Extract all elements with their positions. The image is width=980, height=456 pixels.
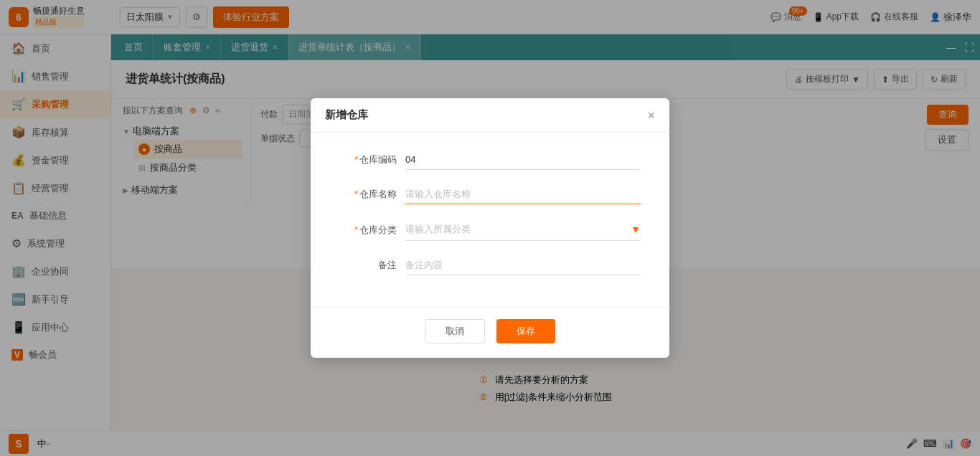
code-input[interactable] [405,150,641,170]
modal-close-button[interactable]: × [647,109,655,122]
form-row-code: 仓库编码 [339,150,641,170]
note-input[interactable] [405,255,641,275]
category-selector[interactable]: 请输入所属分类 ▼ [405,219,641,241]
modal-body: 仓库编码 仓库名称 仓库分类 请输入所属分类 ▼ 备注 [311,133,669,307]
form-row-note: 备注 [339,255,641,275]
category-label: 仓库分类 [339,224,397,237]
modal-footer: 取消 保存 [311,307,669,358]
modal-header: 新增仓库 × [311,98,669,133]
note-label: 备注 [339,259,397,272]
name-label: 仓库名称 [339,188,397,201]
modal-title: 新增仓库 [325,108,368,122]
save-button[interactable]: 保存 [496,319,555,343]
name-input[interactable] [405,184,641,204]
cancel-button[interactable]: 取消 [425,319,485,343]
form-row-category: 仓库分类 请输入所属分类 ▼ [339,219,641,241]
form-row-name: 仓库名称 [339,184,641,204]
new-warehouse-modal: 新增仓库 × 仓库编码 仓库名称 仓库分类 请输入所属分类 ▼ [311,98,669,358]
modal-overlay[interactable]: 新增仓库 × 仓库编码 仓库名称 仓库分类 请输入所属分类 ▼ [0,0,980,456]
category-arrow-icon: ▼ [631,224,641,235]
code-label: 仓库编码 [339,153,397,166]
